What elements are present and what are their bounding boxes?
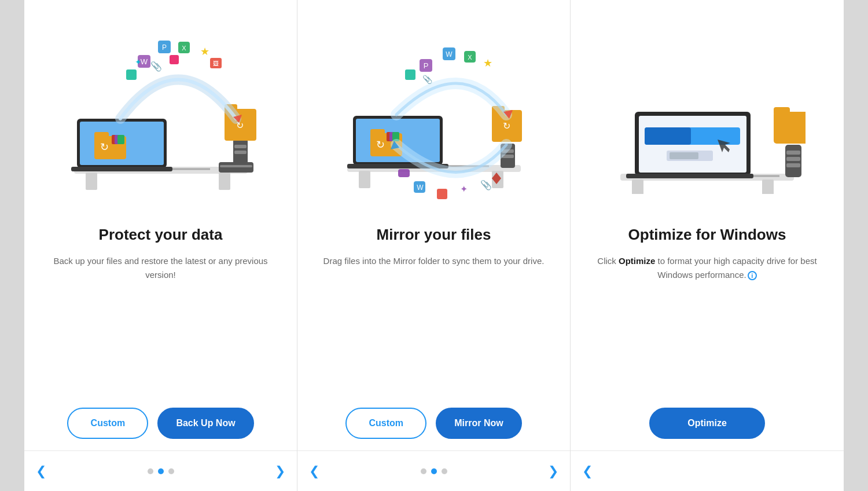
svg-rect-75 bbox=[626, 174, 753, 178]
cards-container: ↻ ↻ bbox=[0, 0, 868, 491]
card2-content: Mirror your files Drag files into the Mi… bbox=[300, 220, 568, 408]
card1-footer: ❮ ❯ bbox=[24, 450, 297, 491]
backup-now-button[interactable]: Back Up Now bbox=[157, 408, 253, 439]
svg-rect-14 bbox=[234, 151, 247, 154]
svg-text:↻: ↻ bbox=[100, 141, 108, 153]
card-protect: ↻ ↻ bbox=[24, 0, 297, 491]
optimize-button[interactable]: Optimize bbox=[649, 408, 765, 439]
card1-next-button[interactable]: ❯ bbox=[275, 464, 285, 479]
card1-illustration: ↻ ↻ bbox=[24, 0, 297, 220]
card3-prev-button[interactable]: ❮ bbox=[582, 464, 593, 479]
svg-text:★: ★ bbox=[483, 57, 492, 69]
svg-rect-77 bbox=[645, 127, 691, 145]
optimize-illustration-svg bbox=[609, 26, 806, 194]
card1-prev-button[interactable]: ❮ bbox=[36, 464, 46, 479]
dot-1-3 bbox=[168, 468, 174, 474]
svg-rect-30 bbox=[170, 55, 179, 64]
card2-description: Drag files into the Mirror folder to syn… bbox=[323, 254, 545, 268]
card1-buttons: Custom Back Up Now bbox=[24, 408, 297, 450]
card2-title: Mirror your files bbox=[377, 226, 491, 244]
dot-1-2 bbox=[158, 468, 164, 474]
svg-rect-1 bbox=[86, 173, 97, 190]
svg-text:X: X bbox=[182, 45, 186, 52]
card1-content: Protect your data Back up your files and… bbox=[24, 220, 297, 408]
card3-illustration bbox=[571, 0, 844, 220]
svg-text:🖼: 🖼 bbox=[213, 60, 219, 67]
svg-text:↻: ↻ bbox=[376, 139, 384, 151]
svg-text:★: ★ bbox=[200, 46, 209, 57]
svg-rect-65 bbox=[437, 189, 447, 199]
svg-text:X: X bbox=[468, 54, 472, 61]
dot-2-2 bbox=[431, 468, 437, 474]
svg-rect-28 bbox=[126, 69, 137, 80]
dot-2-3 bbox=[442, 468, 447, 474]
svg-text:📎: 📎 bbox=[480, 179, 492, 190]
backup-illustration-svg: ↻ ↻ bbox=[62, 23, 259, 197]
card-optimize: Optimize for Windows Click Optimize to f… bbox=[571, 0, 844, 491]
card3-buttons: Optimize bbox=[571, 408, 844, 450]
info-icon[interactable]: i bbox=[748, 271, 757, 280]
svg-text:P: P bbox=[161, 43, 166, 52]
card1-description: Back up your files and restore the lates… bbox=[47, 254, 274, 282]
svg-rect-85 bbox=[774, 112, 806, 144]
mirror-illustration-svg: ↻ ↻ bbox=[336, 17, 532, 203]
dot-2-1 bbox=[421, 468, 426, 474]
svg-text:📎: 📎 bbox=[422, 75, 433, 85]
svg-rect-2 bbox=[219, 173, 230, 190]
svg-rect-86 bbox=[774, 107, 790, 115]
card3-content: Optimize for Windows Click Optimize to f… bbox=[571, 220, 844, 408]
svg-text:W: W bbox=[417, 184, 424, 192]
svg-text:W: W bbox=[446, 50, 453, 58]
svg-rect-84 bbox=[786, 163, 800, 167]
card2-illustration: ↻ ↻ bbox=[297, 0, 570, 220]
card-mirror: ↻ ↻ bbox=[297, 0, 571, 491]
card2-dots bbox=[421, 468, 447, 474]
svg-rect-82 bbox=[786, 151, 800, 155]
svg-text:✦: ✦ bbox=[135, 57, 142, 67]
card1-dots bbox=[148, 468, 174, 474]
card2-next-button[interactable]: ❯ bbox=[548, 464, 558, 479]
svg-rect-35 bbox=[359, 171, 370, 188]
svg-rect-33 bbox=[220, 165, 252, 167]
dot-1-1 bbox=[148, 468, 153, 474]
svg-rect-69 bbox=[398, 169, 410, 177]
card3-description: Click Optimize to format your high capac… bbox=[594, 254, 821, 282]
card1-title: Protect your data bbox=[99, 226, 223, 244]
svg-text:↻: ↻ bbox=[502, 121, 510, 131]
svg-rect-5 bbox=[71, 167, 172, 171]
custom-button-1[interactable]: Custom bbox=[67, 408, 148, 439]
svg-text:P: P bbox=[423, 61, 428, 70]
card3-footer: ❮ bbox=[571, 450, 844, 491]
svg-rect-72 bbox=[762, 179, 774, 194]
mirror-now-button[interactable]: Mirror Now bbox=[436, 408, 521, 439]
optimize-bold-text: Optimize bbox=[619, 256, 655, 266]
svg-rect-11 bbox=[117, 135, 124, 144]
card3-title: Optimize for Windows bbox=[628, 226, 786, 244]
svg-rect-71 bbox=[632, 179, 643, 194]
svg-rect-7 bbox=[94, 132, 109, 139]
svg-text:📎: 📎 bbox=[150, 61, 162, 72]
svg-rect-83 bbox=[786, 157, 800, 161]
svg-rect-61 bbox=[405, 69, 415, 80]
card2-prev-button[interactable]: ❮ bbox=[309, 464, 319, 479]
svg-rect-13 bbox=[234, 145, 247, 148]
card2-footer: ❮ ❯ bbox=[297, 450, 570, 491]
custom-button-2[interactable]: Custom bbox=[345, 408, 426, 439]
svg-rect-41 bbox=[370, 129, 385, 136]
svg-rect-79 bbox=[670, 152, 698, 159]
card2-buttons: Custom Mirror Now bbox=[297, 408, 570, 450]
svg-text:✦: ✦ bbox=[460, 184, 468, 194]
